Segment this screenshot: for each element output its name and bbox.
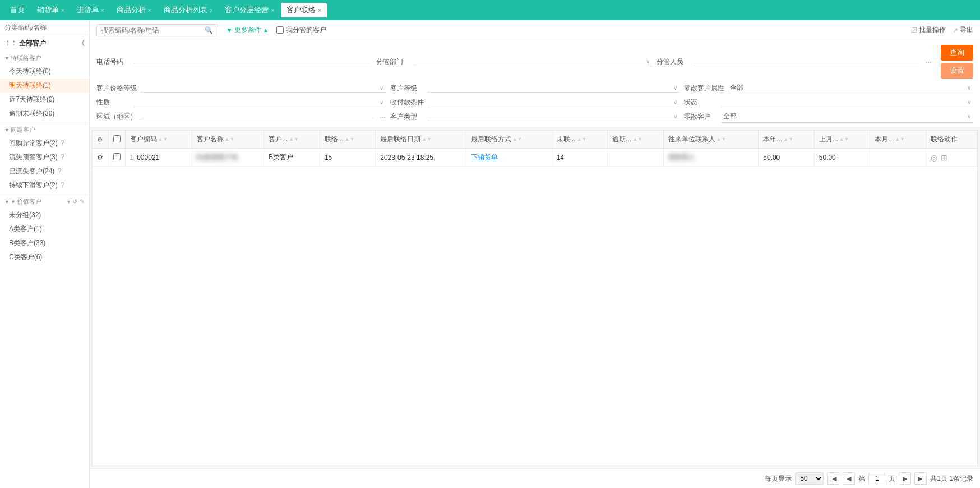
sort-icon: ▲▼ [289, 137, 299, 142]
sidebar-item-overdue-pending[interactable]: 逾期未联络(30) [0, 107, 89, 121]
col-contact-person-header[interactable]: 往来单位联系人 ▲▼ [663, 131, 759, 149]
my-customers-checkbox[interactable]: 我分管的客户 [276, 25, 326, 35]
sidebar-item-churned[interactable]: 已流失客户(24) ? [0, 164, 89, 178]
col-code-header[interactable]: 客户编码 ▲▼ [125, 131, 192, 149]
customer-level-select[interactable]: ∨ [427, 84, 679, 93]
next-page-btn[interactable]: ▶ [899, 472, 911, 485]
customer-type-select[interactable]: ∨ [427, 112, 679, 121]
row-type: B类客户 [264, 149, 320, 167]
sidebar-item-repurchase-abnormal[interactable]: 回购异常客户(2) ? [0, 136, 89, 150]
region-select[interactable] [140, 116, 373, 118]
sidebar-item-a-class[interactable]: A类客户(1) [0, 222, 89, 236]
col-gear-header[interactable]: ⚙ [93, 131, 108, 149]
phone-input[interactable] [133, 61, 372, 63]
payment-select[interactable]: ∨ [427, 98, 679, 107]
gender-select[interactable]: ∨ [133, 98, 386, 107]
search-input[interactable] [101, 26, 202, 34]
search-icon[interactable]: 🔍 [205, 26, 213, 34]
col-uncontact-header[interactable]: 未联... ▲▼ [552, 131, 607, 149]
action-contact-icon[interactable]: ◎ [931, 153, 937, 162]
prev-page-btn[interactable]: ◀ [843, 472, 855, 485]
col-contact-count-header[interactable]: 联络... ▲▼ [320, 131, 375, 149]
row-checkbox[interactable] [113, 153, 121, 160]
sidebar-item-ungrouped[interactable]: 未分组(32) [0, 208, 89, 222]
all-customers-title: ⋮⋮ 全部客户 《 [0, 35, 89, 52]
sidebar-value-section[interactable]: 价值客户 ↺ ✎ [0, 195, 89, 208]
close-icon[interactable]: × [101, 7, 104, 13]
nav-product-analysis-list[interactable]: 商品分析列表 × [158, 3, 219, 17]
toolbar: 🔍 ▼ 更多条件 ▲ 我分管的客户 ☑ 批量操作 ↗ 导出 [90, 20, 980, 40]
col-last-method-header[interactable]: 最后联络方式 ▲▼ [466, 131, 552, 149]
row-last-month: 50.00 [814, 149, 870, 167]
filter-manager: 分管人员 ··· [657, 57, 932, 67]
sidebar-search-input[interactable] [4, 24, 89, 31]
close-icon[interactable]: × [271, 7, 274, 13]
nav-home[interactable]: 首页 [4, 3, 30, 17]
col-check-header[interactable] [108, 131, 125, 149]
retail-customer-select[interactable]: 全部∨ [721, 111, 973, 123]
manager-more-icon[interactable]: ··· [925, 57, 932, 66]
sidebar-problem-section[interactable]: 问题客户 [0, 123, 89, 136]
first-page-btn[interactable]: |◀ [827, 472, 839, 485]
retail-attr-select[interactable]: 全部∨ [728, 82, 973, 94]
sidebar-item-today-pending[interactable]: 今天待联络(0) [0, 65, 89, 79]
set-button[interactable]: 设置 [941, 63, 973, 79]
close-icon[interactable]: × [148, 7, 151, 13]
nav-product-analysis[interactable]: 商品分析 × [111, 3, 157, 17]
refresh-icon[interactable]: ↺ [66, 198, 77, 205]
row-contact-count: 15 [320, 149, 375, 167]
sidebar-pending-section[interactable]: 待联络客户 [0, 52, 89, 65]
sidebar-item-tomorrow-pending[interactable]: 明天待联络(1) [0, 79, 89, 93]
close-icon[interactable]: × [210, 7, 213, 13]
filter-panel: 电话号码 分管部门 ∨ 分管人员 ··· 查询 [90, 40, 980, 128]
toolbar-right: ☑ 批量操作 ↗ 导出 [911, 25, 973, 35]
export-btn[interactable]: ↗ 导出 [953, 25, 973, 35]
nav-sales-order[interactable]: 销货单 × [31, 3, 70, 17]
select-all-checkbox[interactable] [113, 135, 121, 142]
col-last-date-header[interactable]: 最后联络日期 ▲▼ [376, 131, 466, 149]
batch-operation-btn[interactable]: ☑ 批量操作 [911, 25, 946, 35]
sidebar-item-c-class[interactable]: C类客户(6) [0, 250, 89, 264]
collapse-icon[interactable]: 《 [78, 39, 85, 48]
query-button[interactable]: 查询 [941, 45, 973, 61]
more-filter-btn[interactable]: ▼ 更多条件 ▲ [223, 24, 272, 36]
sidebar-item-7days-pending[interactable]: 近7天待联络(0) [0, 93, 89, 107]
col-name-header[interactable]: 客户名称 ▲▼ [192, 131, 264, 149]
my-customers-check[interactable] [276, 26, 284, 34]
sidebar-item-churn-warning[interactable]: 流失预警客户(3) ? [0, 150, 89, 164]
nav-customer-layered[interactable]: 客户分层经营 × [219, 3, 280, 17]
row-gear[interactable]: ⚙ [93, 149, 108, 167]
nav-customer-contact[interactable]: 客户联络 × [281, 3, 327, 17]
action-more-icon[interactable]: ⊞ [941, 153, 947, 162]
filter-status: 状态 ∨ [684, 98, 973, 107]
nav-purchase-order[interactable]: 进货单 × [71, 3, 110, 17]
filter-payment: 收付款条件 ∨ [390, 98, 679, 107]
row-actions: ◎ ⊞ [926, 149, 977, 167]
filter-row-3: 性质 ∨ 收付款条件 ∨ 状态 ∨ [96, 98, 973, 107]
last-page-btn[interactable]: ▶| [914, 472, 927, 485]
page-number-input[interactable] [868, 473, 885, 484]
region-more-icon[interactable]: ··· [379, 112, 386, 121]
status-select[interactable]: ∨ [721, 98, 973, 107]
col-this-year-header[interactable]: 本年... ▲▼ [759, 131, 814, 149]
col-this-month-header[interactable]: 本月... ▲▼ [870, 131, 926, 149]
dept-select[interactable]: ∨ [413, 57, 651, 66]
filter-gender: 性质 ∨ [96, 98, 386, 107]
page-size-select[interactable]: 50 100 200 [795, 472, 824, 485]
sidebar-item-b-class[interactable]: B类客户(33) [0, 236, 89, 250]
row-check[interactable] [108, 149, 125, 167]
close-icon[interactable]: × [61, 7, 64, 13]
sidebar-item-declining[interactable]: 持续下滑客户(2) ? [0, 178, 89, 192]
col-last-month-header[interactable]: 上月... ▲▼ [814, 131, 870, 149]
close-icon[interactable]: × [318, 7, 321, 13]
filter-price-level: 客户价格等级 ∨ [96, 84, 386, 93]
col-type-header[interactable]: 客户... ▲▼ [264, 131, 320, 149]
filter-dept: 分管部门 ∨ [376, 57, 651, 67]
price-level-select[interactable]: ∨ [140, 84, 386, 93]
sort-icon: ▲▼ [422, 137, 432, 142]
toolbar-search-box[interactable]: 🔍 [96, 24, 218, 36]
sort-icon: ▲▼ [512, 137, 523, 142]
edit-icon[interactable]: ✎ [80, 198, 85, 205]
col-overdue-header[interactable]: 逾期... ▲▼ [608, 131, 663, 149]
manager-select[interactable] [694, 61, 920, 63]
